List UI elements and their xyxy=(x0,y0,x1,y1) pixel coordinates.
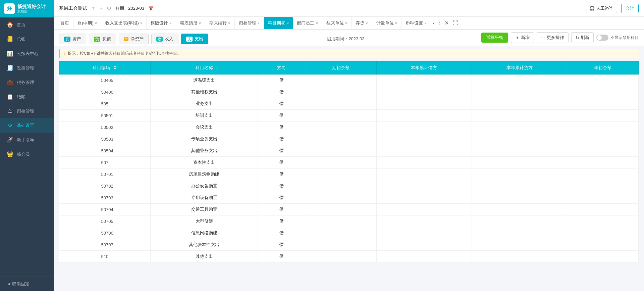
tab-customers-label: 往来单位 xyxy=(326,20,344,26)
sidebar-item-home[interactable]: 🏠 首页 xyxy=(0,17,54,32)
tab-subject-init[interactable]: 科目期初 × xyxy=(264,17,293,30)
sidebar-label-ledger: 总账 xyxy=(17,36,25,42)
table-row: 50405 运温暖支出 借 xyxy=(59,75,639,86)
cell-code: 50406 xyxy=(59,86,151,98)
tab-unit[interactable]: 计量单位 × xyxy=(372,17,401,30)
tab-archive-close[interactable]: × xyxy=(258,21,260,25)
tab-close-all-btn[interactable]: ✕ xyxy=(442,20,451,26)
tab-inventory[interactable]: 存货 × xyxy=(352,17,372,30)
support-label: 人工咨询 xyxy=(596,5,613,11)
sidebar-item-archive[interactable]: 🗂 归档管理 xyxy=(0,104,54,118)
tab-income-close[interactable]: × xyxy=(140,21,142,25)
more-btn[interactable]: ⋯ 更多操作 xyxy=(537,32,569,43)
toolbar-buttons: 试算平衡 ＋ 新增 ⋯ 更多操作 ↻ 刷新 不显示禁用科目 xyxy=(481,32,639,46)
cell-code: 50702 xyxy=(59,180,151,192)
tab-currency[interactable]: 币种设置 × xyxy=(401,17,431,30)
tab-mid-close[interactable]: × xyxy=(95,21,97,25)
cell-ytd-debit xyxy=(376,157,472,168)
add-workspace-btn[interactable]: + xyxy=(100,5,103,11)
cell-code: 50504 xyxy=(59,145,151,157)
member-icon: 👑 xyxy=(7,151,13,157)
tab-unit-close[interactable]: × xyxy=(395,21,397,25)
cell-ytd-credit xyxy=(472,110,567,122)
cell-year-opening xyxy=(567,239,639,251)
calendar-icon[interactable]: 📅 xyxy=(148,6,154,11)
tab-template-close[interactable]: × xyxy=(169,21,171,25)
cell-dir: 借 xyxy=(258,133,305,145)
subtab-asset[interactable]: 资 资产 xyxy=(59,34,86,44)
tab-dept[interactable]: 部门员工 × xyxy=(293,17,322,30)
income-icon: 收 xyxy=(156,37,163,42)
cell-name: 交通工具购置 xyxy=(151,204,258,215)
code-settings-icon[interactable]: ⚙ xyxy=(113,65,117,70)
tab-currency-close[interactable]: × xyxy=(424,21,426,25)
sidebar-menu: 🏠 首页 📒 总账 📊 云报表中心 🧾 发票管理 💼 税务管理 📋 结账 🗂 归… xyxy=(0,17,54,277)
cell-year-opening xyxy=(567,251,639,262)
subtab-income[interactable]: 收 收入 xyxy=(151,34,178,44)
tab-dept-close[interactable]: × xyxy=(316,21,318,25)
subtab-liability[interactable]: 负 负债 xyxy=(89,34,116,44)
cell-dir: 借 xyxy=(258,251,305,262)
expense-icon: 支 xyxy=(186,37,193,42)
cell-name: 其他业务支出 xyxy=(151,145,258,157)
tab-period-end[interactable]: 期末结转 × xyxy=(205,17,234,30)
cell-year-opening xyxy=(567,215,639,227)
tab-period-end-close[interactable]: × xyxy=(228,21,230,25)
add-btn[interactable]: ＋ 新增 xyxy=(511,32,534,43)
sidebar-item-guide[interactable]: 🚀 新手引导 xyxy=(0,133,54,147)
cell-ytd-credit xyxy=(472,133,567,145)
cell-opening xyxy=(305,133,377,145)
tab-subject-init-label: 科目期初 xyxy=(268,20,285,26)
support-btn[interactable]: 🎧 人工咨询 xyxy=(586,4,617,13)
tab-income[interactable]: 收入支出表(年报) × xyxy=(101,17,147,30)
tab-inventory-close[interactable]: × xyxy=(366,21,368,25)
tab-next-btn[interactable]: › xyxy=(437,20,442,26)
sidebar-collapse-btn[interactable]: ◄ 取消固定 xyxy=(0,277,54,291)
cell-code: 50501 xyxy=(59,110,151,122)
headset-icon: 🎧 xyxy=(589,6,595,11)
sidebar-item-member[interactable]: 👑 畅会员 xyxy=(0,147,54,161)
account-btn[interactable]: 会计 xyxy=(621,4,639,13)
tab-customers-close[interactable]: × xyxy=(345,21,347,25)
tab-taxclear[interactable]: 税表清册 × xyxy=(176,17,205,30)
cell-opening xyxy=(305,157,377,168)
cell-dir: 借 xyxy=(258,110,305,122)
tab-prev-btn[interactable]: ‹ xyxy=(431,20,437,26)
liability-icon: 负 xyxy=(94,37,100,42)
tab-mid[interactable]: 财(中期) × xyxy=(73,17,101,30)
sidebar-item-reports[interactable]: 📊 云报表中心 xyxy=(0,46,54,61)
cell-dir: 借 xyxy=(258,98,305,110)
subtab-expense[interactable]: 支 支出 xyxy=(181,34,208,44)
tab-taxclear-close[interactable]: × xyxy=(199,21,201,25)
cell-year-opening xyxy=(567,192,639,204)
th-year-opening: 年初余额 xyxy=(567,61,639,75)
topbar: 基层工会测试 ▼ + ⚙ 账期 2023-03 📅 🎧 人工咨询 会计 xyxy=(54,0,644,17)
period-label: 账期 xyxy=(115,5,124,11)
tab-archive[interactable]: 归档管理 × xyxy=(235,17,264,30)
tab-template[interactable]: 模版设计 × xyxy=(147,17,176,30)
tab-template-label: 模版设计 xyxy=(151,20,168,26)
tab-maximize-btn[interactable]: ⛶ xyxy=(451,20,460,26)
account-label: 会计 xyxy=(626,6,634,11)
tab-home[interactable]: 首页 xyxy=(56,17,73,30)
tip-bar: ℹ 提示：按Ctrl＋F键并输入科目编码或者科目名称可以查找科目。 xyxy=(59,49,639,58)
sidebar-item-checkout[interactable]: 📋 结账 xyxy=(0,90,54,104)
cell-name: 运温暖支出 xyxy=(151,75,258,86)
tab-subject-init-close[interactable]: × xyxy=(287,21,289,25)
toggle-wrap: 不显示禁用科目 xyxy=(596,35,639,41)
sidebar-item-tax[interactable]: 💼 税务管理 xyxy=(0,75,54,90)
cell-ytd-debit xyxy=(376,133,472,145)
dropdown-icon[interactable]: ▼ xyxy=(91,6,96,11)
sidebar-item-ledger[interactable]: 📒 总账 xyxy=(0,32,54,46)
tab-taxclear-label: 税表清册 xyxy=(180,20,198,26)
cell-year-opening xyxy=(567,168,639,180)
sidebar-item-settings[interactable]: ⚙ 基础设置 xyxy=(0,118,54,133)
tab-customers[interactable]: 往来单位 × xyxy=(322,17,352,30)
tab-period-end-label: 期末结转 xyxy=(209,20,227,26)
refresh-btn[interactable]: ↻ 刷新 xyxy=(571,32,594,43)
disabled-toggle[interactable] xyxy=(596,35,608,41)
workspace-settings-icon[interactable]: ⚙ xyxy=(107,5,111,11)
sidebar-item-invoice[interactable]: 🧾 发票管理 xyxy=(0,61,54,75)
balance-btn[interactable]: 试算平衡 xyxy=(481,33,508,43)
subtab-net-assets[interactable]: ≡ 净资产 xyxy=(119,34,149,44)
